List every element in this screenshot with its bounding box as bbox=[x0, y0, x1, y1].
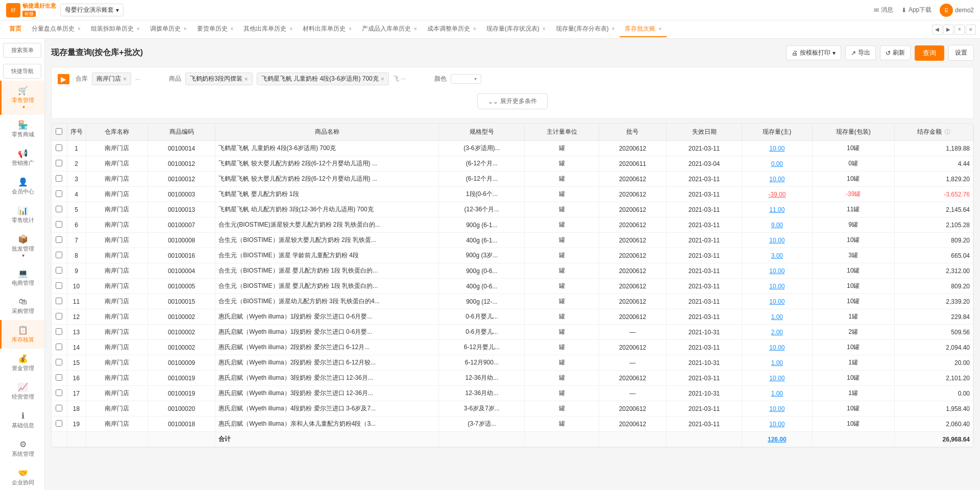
query-button[interactable]: 查询 bbox=[915, 45, 944, 61]
row-checkbox[interactable] bbox=[52, 294, 67, 309]
row-select-checkbox[interactable] bbox=[56, 160, 62, 166]
row-checkbox[interactable] bbox=[52, 172, 67, 187]
row-select-checkbox[interactable] bbox=[56, 420, 62, 427]
tab-zuzhuang[interactable]: 组装拆卸单历史 × bbox=[86, 21, 145, 37]
refresh-button[interactable]: ↺ 刷新 bbox=[880, 45, 911, 60]
row-select-checkbox[interactable] bbox=[56, 144, 62, 151]
tab-chengben[interactable]: 成本调整单历史 × bbox=[422, 21, 481, 37]
row-select-checkbox[interactable] bbox=[56, 267, 62, 274]
row-checkbox[interactable] bbox=[52, 187, 67, 202]
more-tags-icon[interactable]: ··· bbox=[135, 76, 140, 83]
row-checkbox[interactable] bbox=[52, 141, 67, 156]
row-checkbox[interactable] bbox=[52, 233, 67, 248]
row-stock-main[interactable]: 10.00 bbox=[742, 294, 812, 309]
row-select-checkbox[interactable] bbox=[56, 221, 62, 228]
close-icon[interactable]: × bbox=[473, 26, 476, 32]
tab-prev-arrow[interactable]: ◀ bbox=[932, 24, 942, 35]
tab-kucun2[interactable]: 现存量(库存分布表) × bbox=[551, 21, 620, 37]
row-checkbox[interactable] bbox=[52, 340, 67, 355]
tab-next-arrow[interactable]: ▶ bbox=[943, 24, 953, 35]
settings-button[interactable]: 设置 bbox=[948, 45, 974, 61]
color-filter-dropdown[interactable]: ▾ bbox=[451, 74, 481, 84]
row-stock-main[interactable]: 10.00 bbox=[742, 172, 812, 187]
tab-home[interactable]: 首页 bbox=[4, 21, 27, 37]
sidebar-item-members[interactable]: 👤 会员中心 bbox=[0, 172, 44, 201]
remove-product-tag-1[interactable]: × bbox=[244, 76, 248, 83]
row-select-checkbox[interactable] bbox=[56, 405, 62, 411]
filter-toggle-button[interactable]: ▶ bbox=[58, 74, 69, 84]
row-stock-main[interactable]: 1.00 bbox=[742, 355, 812, 371]
row-checkbox[interactable] bbox=[52, 309, 67, 325]
remove-product-tag-2[interactable]: × bbox=[381, 76, 384, 83]
row-stock-main[interactable]: 2.00 bbox=[742, 325, 812, 340]
row-stock-main[interactable]: 10.00 bbox=[742, 340, 812, 355]
row-select-checkbox[interactable] bbox=[56, 282, 62, 289]
sidebar-item-retail-mgmt[interactable]: 🛒 零售管理 ▾ bbox=[0, 81, 44, 115]
row-stock-main[interactable]: 10.00 bbox=[742, 141, 812, 156]
row-checkbox[interactable] bbox=[52, 263, 67, 279]
sidebar-item-system[interactable]: ⚙ 系统管理 bbox=[0, 434, 44, 463]
expand-filters-button[interactable]: ⌄⌄ 展开更多条件 bbox=[477, 93, 548, 109]
row-checkbox[interactable] bbox=[52, 279, 67, 294]
messages-button[interactable]: ✉ 消息 bbox=[874, 6, 893, 14]
row-select-checkbox[interactable] bbox=[56, 298, 62, 304]
row-stock-main[interactable]: 1.00 bbox=[742, 309, 812, 325]
row-checkbox[interactable] bbox=[52, 217, 67, 233]
row-stock-main[interactable]: 1.00 bbox=[742, 386, 812, 401]
row-stock-main[interactable]: 10.00 bbox=[742, 371, 812, 386]
row-stock-main[interactable]: 0.00 bbox=[742, 156, 812, 172]
row-select-checkbox[interactable] bbox=[56, 190, 62, 197]
sidebar-item-basics[interactable]: ℹ 基础信息 bbox=[0, 406, 44, 434]
row-select-checkbox[interactable] bbox=[56, 389, 62, 396]
sidebar-item-wholesale[interactable]: 📦 批发管理 ▾ bbox=[0, 229, 44, 263]
row-checkbox[interactable] bbox=[52, 325, 67, 340]
row-select-checkbox[interactable] bbox=[56, 344, 62, 350]
store-selector[interactable]: 母婴行业演示账套 ▾ bbox=[60, 4, 124, 16]
close-icon[interactable]: × bbox=[543, 26, 546, 32]
row-select-checkbox[interactable] bbox=[56, 236, 62, 243]
sidebar-item-finance[interactable]: 💰 资金管理 bbox=[0, 349, 44, 377]
row-select-checkbox[interactable] bbox=[56, 313, 62, 320]
remove-warehouse-tag[interactable]: × bbox=[123, 76, 127, 83]
template-print-button[interactable]: 🖨 按模板打印 ▾ bbox=[786, 45, 841, 60]
row-checkbox[interactable] bbox=[52, 371, 67, 386]
info-icon[interactable]: ⓘ bbox=[945, 129, 950, 135]
tab-menu-arrow[interactable]: ≡ bbox=[966, 24, 976, 35]
user-profile[interactable]: E demo2 bbox=[940, 4, 974, 17]
row-checkbox[interactable] bbox=[52, 416, 67, 432]
select-all-checkbox[interactable] bbox=[56, 128, 62, 135]
row-checkbox[interactable] bbox=[52, 202, 67, 217]
row-select-checkbox[interactable] bbox=[56, 252, 62, 258]
search-menu-button[interactable]: 搜索英单 bbox=[3, 43, 41, 58]
row-checkbox[interactable] bbox=[52, 156, 67, 172]
app-download-button[interactable]: ⬇ App下载 bbox=[901, 6, 932, 14]
quick-nav-button[interactable]: 快捷导航 bbox=[3, 64, 41, 79]
close-icon[interactable]: × bbox=[612, 26, 615, 32]
tab-yaohuo[interactable]: 要货单历史 × bbox=[192, 21, 239, 37]
sidebar-item-collab[interactable]: 🤝 企业协同 bbox=[0, 463, 44, 490]
row-select-checkbox[interactable] bbox=[56, 328, 62, 335]
close-icon[interactable]: × bbox=[184, 26, 187, 32]
tab-fenpan[interactable]: 分量盘点单历史 × bbox=[27, 21, 86, 37]
row-select-checkbox[interactable] bbox=[56, 374, 62, 381]
sidebar-item-retail-mall[interactable]: 🏪 零售商城 bbox=[0, 115, 44, 143]
row-stock-main[interactable]: 11.00 bbox=[742, 202, 812, 217]
sidebar-item-retail-stats[interactable]: 📊 零售统计 bbox=[0, 201, 44, 229]
row-stock-main[interactable]: 10.00 bbox=[742, 279, 812, 294]
close-icon[interactable]: × bbox=[414, 26, 417, 32]
close-icon[interactable]: × bbox=[349, 26, 352, 32]
row-checkbox[interactable] bbox=[52, 386, 67, 401]
sidebar-item-inventory[interactable]: 📋 库存核算 bbox=[0, 320, 44, 349]
sidebar-item-marketing[interactable]: 📢 营销推广 bbox=[0, 143, 44, 172]
row-stock-main[interactable]: 10.00 bbox=[742, 416, 812, 432]
tab-kucun1[interactable]: 现存量(库存状况表) × bbox=[481, 21, 551, 37]
export-button[interactable]: ↗ 导出 bbox=[845, 45, 876, 60]
row-select-checkbox[interactable] bbox=[56, 206, 62, 212]
close-icon[interactable]: × bbox=[78, 26, 81, 32]
sidebar-item-purchase[interactable]: 🛍 采购管理 bbox=[0, 292, 44, 320]
close-icon[interactable]: × bbox=[231, 26, 234, 32]
sidebar-item-ecommerce[interactable]: 💻 电商管理 bbox=[0, 263, 44, 292]
row-checkbox[interactable] bbox=[52, 248, 67, 263]
close-icon[interactable]: × bbox=[658, 26, 662, 32]
row-select-checkbox[interactable] bbox=[56, 175, 62, 182]
